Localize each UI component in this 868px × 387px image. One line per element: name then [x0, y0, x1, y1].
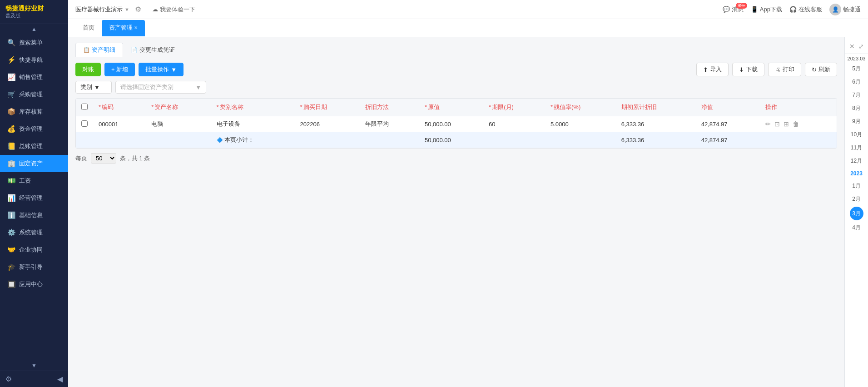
download-icon: ⬇: [739, 66, 744, 73]
cal-month-12月[interactable]: 12月: [845, 154, 868, 168]
download-label: 下载: [746, 65, 758, 74]
nav-label: 应用中心: [19, 280, 43, 288]
calendar-year: 2023.03: [848, 54, 866, 62]
edit-icon[interactable]: ✏: [765, 120, 771, 128]
sidebar-item-基础信息[interactable]: ℹ️基础信息: [0, 207, 68, 224]
cal-month-8月[interactable]: 8月: [845, 102, 868, 115]
sidebar-item-库存核算[interactable]: 📦库存核算: [0, 103, 68, 120]
subtotal-empty5: [360, 132, 419, 148]
content-main: 📋资产明细📄变更生成凭证 对账 + 新增 批量操作 ▼ ⬆ 导入: [68, 37, 844, 387]
cal-month-6月[interactable]: 6月: [845, 75, 868, 89]
tab-首页[interactable]: 首页: [75, 20, 102, 36]
select-all-checkbox[interactable]: [81, 104, 88, 110]
sidebar-item-销售管理[interactable]: 📈销售管理: [0, 69, 68, 86]
cal-month-2月[interactable]: 2月: [845, 193, 868, 206]
nav-icon: ⚙️: [7, 228, 15, 237]
row-period: 60: [483, 116, 545, 132]
subtotal-accumulated: 6,333.36: [616, 132, 696, 148]
sidebar-item-企业协同[interactable]: 🤝企业协同: [0, 241, 68, 258]
row-method: 年限平均: [360, 116, 419, 132]
user-avatar[interactable]: 👤 畅捷通: [829, 4, 861, 15]
sidebar-item-采购管理[interactable]: 🛒采购管理: [0, 86, 68, 103]
copy-icon[interactable]: ⊡: [774, 120, 780, 128]
company-selector[interactable]: 医疗器械行业演示 ▼: [75, 5, 129, 14]
header-period: *期限(月): [483, 99, 545, 116]
sidebar-item-快捷导航[interactable]: ⚡快捷导航: [0, 51, 68, 69]
cal-month-5月[interactable]: 5月: [845, 62, 868, 75]
app-download-button[interactable]: 📱 App下载: [751, 5, 782, 14]
row-net-value: 42,874.97: [696, 116, 760, 132]
category-filter[interactable]: 类别 ▼: [75, 81, 112, 94]
sub-tab-icon: 📄: [131, 47, 138, 53]
cal-month-11月[interactable]: 11月: [845, 141, 868, 154]
category-value-filter[interactable]: 请选择固定资产类别 ▼: [115, 81, 206, 94]
cal-month-4月[interactable]: 4月: [845, 221, 868, 234]
sidebar-item-固定资产[interactable]: 🏢固定资产: [0, 155, 68, 172]
batch-ops-arrow: ▼: [171, 66, 177, 73]
new-button[interactable]: + 新增: [104, 63, 135, 76]
panel-expand-icon[interactable]: ⤢: [857, 41, 866, 52]
per-page-select[interactable]: 102050100: [91, 153, 116, 164]
topbar-settings-icon[interactable]: ⚙: [135, 5, 141, 14]
more-icon[interactable]: ⊞: [784, 120, 789, 128]
messages-badge: 99+: [736, 3, 747, 9]
sidebar-scroll-down[interactable]: ▼: [0, 361, 68, 371]
cal-month-9月[interactable]: 9月: [845, 115, 868, 128]
topbar: 医疗器械行业演示 ▼ ⚙ ☁ 我要体验一下 💬 消息 99+ 📱 App下载 🎧…: [68, 0, 868, 19]
sidebar-item-搜索菜单[interactable]: 🔍搜索菜单: [0, 34, 68, 51]
reconcile-button[interactable]: 对账: [75, 63, 101, 76]
sidebar-item-新手引导[interactable]: 🎓新手引导: [0, 258, 68, 276]
nav-icon: 📒: [7, 142, 15, 150]
category-label: 类别: [80, 83, 92, 91]
subtotal-empty: [76, 132, 93, 148]
cal-month-10月[interactable]: 10月: [845, 128, 868, 141]
sidebar-item-系统管理[interactable]: ⚙️系统管理: [0, 224, 68, 241]
panel-close-icon[interactable]: ✕: [848, 41, 857, 52]
app-icon: 📱: [751, 6, 758, 13]
sub-tab-资产明细[interactable]: 📋资产明细: [75, 43, 123, 57]
collapse-icon[interactable]: ◀: [57, 375, 63, 383]
print-button[interactable]: 🖨 打印: [768, 63, 801, 76]
table-header: *编码 *资产名称 *类别名称 *购买日期 折旧方法 *原值 *期限(月) *残…: [76, 99, 837, 116]
toolbar-right: ⬆ 导入 ⬇ 下载 🖨 打印 ↻ 刷新: [696, 63, 837, 76]
online-service-button[interactable]: 🎧 在线客服: [789, 5, 822, 14]
row-checkbox[interactable]: [81, 120, 88, 127]
subtotal-net-value: 42,874.97: [696, 132, 760, 148]
refresh-icon: ↻: [812, 66, 817, 73]
nav-label: 系统管理: [19, 228, 43, 237]
sub-tab-变更生成凭证[interactable]: 📄变更生成凭证: [123, 43, 183, 57]
row-checkbox-cell: [76, 116, 93, 132]
import-label: 导入: [710, 65, 722, 74]
tab-资产管理[interactable]: 资产管理 ×: [102, 20, 145, 36]
nav-icon: ℹ️: [7, 211, 15, 219]
header-name: *资产名称: [146, 99, 211, 116]
download-button[interactable]: ⬇ 下载: [732, 63, 764, 76]
messages-button[interactable]: 💬 消息 99+: [723, 5, 744, 14]
cal-month-1月[interactable]: 1月: [845, 179, 868, 193]
settings-icon[interactable]: ⚙: [5, 375, 12, 383]
import-button[interactable]: ⬆ 导入: [696, 63, 729, 76]
sidebar-item-工资[interactable]: 💵工资: [0, 172, 68, 189]
trial-button[interactable]: ☁ 我要体验一下: [152, 5, 195, 14]
sidebar-item-资金管理[interactable]: 💰资金管理: [0, 120, 68, 138]
refresh-button[interactable]: ↻ 刷新: [805, 63, 837, 76]
sub-tab-label: 变更生成凭证: [139, 46, 175, 54]
cal-month-3月[interactable]: 3月: [850, 207, 863, 220]
batch-ops-button[interactable]: 批量操作 ▼: [139, 63, 184, 76]
row-date: 202206: [295, 116, 360, 132]
header-date: *购买日期: [295, 99, 360, 116]
cal-year-label: 2023: [845, 168, 868, 179]
logo-title: 畅捷通好业财: [5, 5, 63, 12]
sidebar-item-经营管理[interactable]: 📊经营管理: [0, 189, 68, 207]
subtotal-row: 🔷 本页小计： 50,000.00 6,333.36 42,874.97: [76, 132, 837, 148]
header-checkbox-cell: [76, 99, 93, 116]
sidebar-item-应用中心[interactable]: 🔲应用中心: [0, 276, 68, 293]
trial-label: 我要体验一下: [160, 5, 195, 14]
sidebar-scroll-up[interactable]: ▲: [0, 24, 68, 34]
delete-icon[interactable]: 🗑: [793, 120, 799, 128]
batch-ops-label: 批量操作: [145, 65, 169, 74]
app-download-label: App下载: [760, 5, 782, 14]
cal-month-7月[interactable]: 7月: [845, 89, 868, 102]
nav-label: 企业协同: [19, 246, 43, 254]
sidebar-item-总账管理[interactable]: 📒总账管理: [0, 138, 68, 155]
